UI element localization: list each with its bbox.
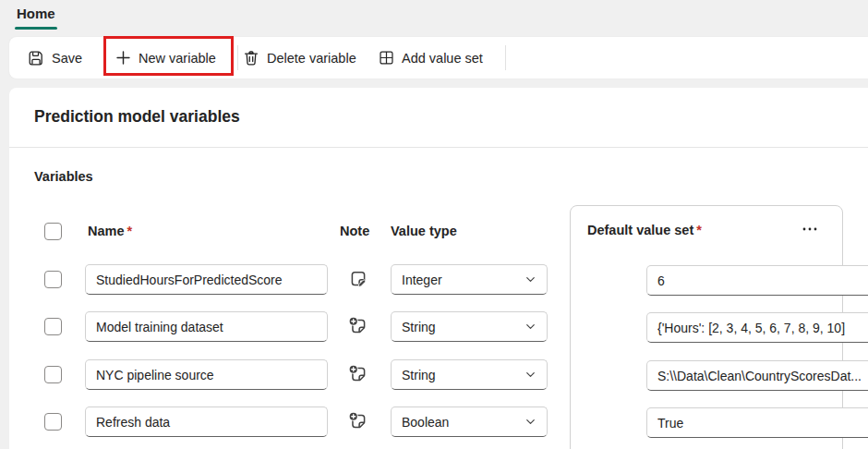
content-card: Prediction model variables Variables Nam…	[9, 88, 868, 449]
trash-icon	[242, 49, 260, 67]
value-type-select[interactable]: String	[391, 359, 548, 390]
value-type-value: Boolean	[402, 415, 449, 430]
save-button-label: Save	[52, 51, 82, 66]
chevron-down-icon	[524, 320, 537, 334]
value-type-value: Integer	[402, 273, 442, 287]
toolbar: Save New variable Delete variable	[9, 37, 868, 79]
note-add-icon[interactable]	[348, 316, 368, 336]
add-value-set-button-label: Add value set	[402, 51, 483, 66]
value-type-select[interactable]: String	[391, 311, 548, 342]
default-value-set-panel: Default value set*	[570, 205, 843, 449]
app-root: Home Save New variable	[0, 0, 868, 449]
save-icon	[27, 49, 45, 67]
name-input[interactable]	[85, 407, 328, 437]
page-title: Prediction model variables	[34, 107, 240, 127]
plus-icon	[115, 49, 132, 67]
note-add-icon[interactable]	[348, 411, 368, 431]
delete-variable-button-label: Delete variable	[267, 51, 356, 66]
default-value-input[interactable]	[646, 407, 868, 438]
column-header-default-value-set: Default value set*	[587, 223, 702, 237]
row-checkbox[interactable]	[44, 271, 62, 288]
row-checkbox[interactable]	[44, 366, 62, 383]
name-input[interactable]	[85, 359, 328, 390]
chevron-down-icon	[524, 368, 537, 382]
grid-icon	[378, 49, 395, 67]
section-title: Variables	[34, 169, 93, 184]
required-asterisk: *	[696, 223, 702, 237]
default-value-input[interactable]	[646, 265, 868, 296]
column-header-note: Note	[340, 224, 369, 238]
note-add-icon[interactable]	[348, 364, 368, 384]
default-value-input[interactable]	[646, 312, 868, 343]
new-variable-button[interactable]: New variable	[115, 37, 216, 79]
more-options-icon[interactable]	[797, 219, 823, 239]
row-checkbox[interactable]	[44, 318, 62, 335]
delete-variable-button[interactable]: Delete variable	[242, 37, 356, 79]
toolbar-separator	[237, 45, 238, 70]
value-type-select[interactable]: Boolean	[391, 407, 548, 437]
value-type-value: String	[402, 368, 436, 382]
required-asterisk: *	[127, 224, 133, 238]
column-header-value-type: Value type	[391, 224, 457, 238]
value-type-value: String	[402, 320, 436, 334]
column-header-name: Name*	[88, 224, 132, 238]
active-tab-indicator	[15, 27, 57, 30]
new-variable-button-label: New variable	[139, 51, 216, 66]
add-value-set-button[interactable]: Add value set	[378, 37, 483, 79]
note-edit-icon[interactable]	[348, 269, 368, 289]
select-all-checkbox[interactable]	[44, 223, 62, 240]
name-input[interactable]	[85, 311, 328, 342]
chevron-down-icon	[524, 415, 537, 429]
title-divider	[9, 147, 868, 148]
tab-home[interactable]: Home	[17, 6, 55, 21]
save-button[interactable]: Save	[27, 37, 82, 79]
toolbar-separator	[505, 45, 506, 70]
row-checkbox[interactable]	[44, 413, 62, 431]
chevron-down-icon	[524, 273, 537, 286]
default-value-input[interactable]	[646, 360, 868, 391]
value-type-select[interactable]: Integer	[391, 264, 548, 295]
name-input[interactable]	[85, 264, 328, 295]
